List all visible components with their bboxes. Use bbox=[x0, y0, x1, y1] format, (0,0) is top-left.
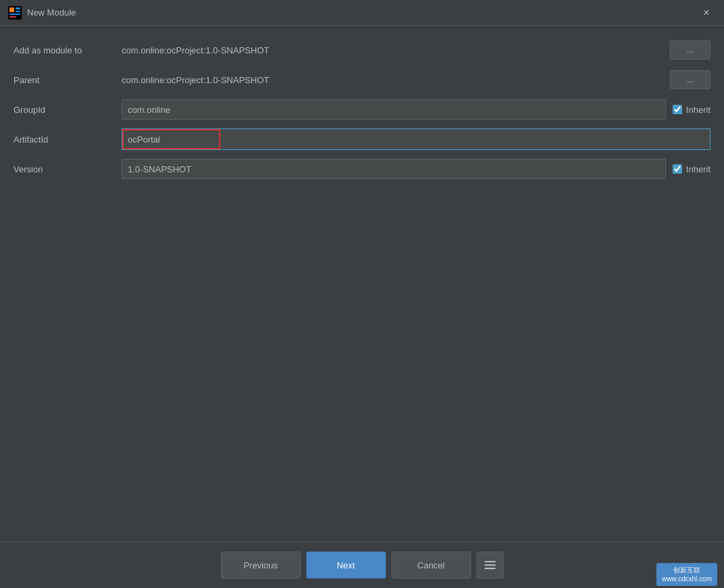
version-input[interactable] bbox=[122, 159, 666, 179]
group-id-row: GroupId Inherit bbox=[14, 99, 710, 120]
previous-button[interactable]: Previous bbox=[221, 552, 301, 579]
new-module-dialog: New Module × Add as module to com.online… bbox=[0, 0, 724, 588]
version-inherit-checkbox[interactable] bbox=[673, 164, 682, 174]
next-button[interactable]: Next bbox=[306, 552, 386, 579]
group-id-label: GroupId bbox=[14, 105, 122, 115]
dialog-title: New Module bbox=[27, 7, 697, 18]
svg-rect-4 bbox=[9, 14, 20, 15]
version-label: Version bbox=[14, 164, 122, 174]
close-button[interactable]: × bbox=[697, 3, 716, 22]
group-id-inherit-group: Inherit bbox=[673, 105, 710, 115]
svg-rect-3 bbox=[16, 11, 20, 12]
add-as-module-row: Add as module to com.online:ocProject:1.… bbox=[14, 39, 710, 61]
parent-value: com.online:ocProject:1.0-SNAPSHOT bbox=[122, 75, 663, 85]
svg-rect-2 bbox=[16, 7, 20, 9]
dialog-content: Add as module to com.online:ocProject:1.… bbox=[0, 26, 724, 541]
parent-browse-button[interactable]: ... bbox=[670, 70, 710, 89]
extra-button[interactable] bbox=[477, 552, 504, 579]
add-as-module-value: com.online:ocProject:1.0-SNAPSHOT bbox=[122, 45, 663, 55]
watermark-text: 创新互联 www.cdcxhl.com bbox=[656, 563, 717, 586]
svg-rect-5 bbox=[9, 16, 16, 18]
svg-rect-6 bbox=[485, 561, 496, 562]
group-id-inherit-label: Inherit bbox=[686, 105, 710, 115]
artifact-id-label: ArtifactId bbox=[14, 134, 122, 145]
version-inherit-label: Inherit bbox=[686, 164, 710, 174]
svg-rect-7 bbox=[485, 564, 496, 566]
parent-row: Parent com.online:ocProject:1.0-SNAPSHOT… bbox=[14, 69, 710, 91]
parent-label: Parent bbox=[14, 75, 122, 85]
watermark-badge: 创新互联 www.cdcxhl.com bbox=[656, 561, 717, 588]
artifact-id-row: ArtifactId bbox=[14, 128, 710, 150]
content-spacer bbox=[14, 188, 710, 528]
title-bar: New Module × bbox=[0, 0, 724, 26]
group-id-input[interactable] bbox=[122, 99, 666, 120]
add-as-module-label: Add as module to bbox=[14, 45, 122, 55]
artifact-id-container bbox=[122, 128, 710, 150]
app-logo-icon bbox=[8, 6, 22, 20]
artifact-id-extra-input[interactable] bbox=[220, 129, 710, 149]
add-as-module-browse-button[interactable]: ... bbox=[670, 41, 710, 59]
svg-rect-1 bbox=[9, 7, 14, 12]
group-id-inherit-checkbox[interactable] bbox=[673, 105, 682, 114]
dialog-footer: Previous Next Cancel 创新互联 www.cdcxhl.com bbox=[0, 541, 724, 588]
svg-rect-8 bbox=[485, 568, 496, 569]
version-row: Version Inherit bbox=[14, 158, 710, 180]
artifact-id-input[interactable] bbox=[122, 129, 220, 149]
version-inherit-group: Inherit bbox=[673, 164, 710, 174]
cancel-button[interactable]: Cancel bbox=[391, 552, 471, 579]
